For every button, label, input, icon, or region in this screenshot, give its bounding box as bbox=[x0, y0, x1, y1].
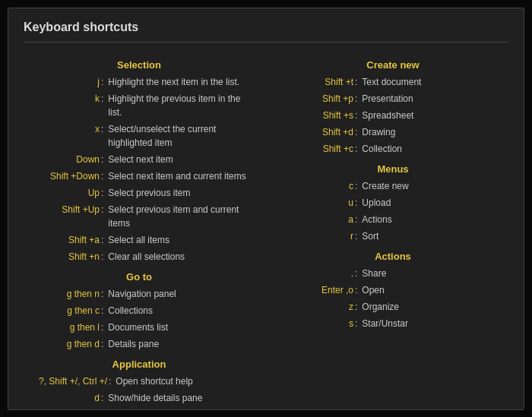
shortcut-down: Down : Select next item bbox=[24, 153, 255, 166]
keyboard-shortcuts-modal: Keyboard shortcuts Selection j : Highlig… bbox=[8, 8, 524, 410]
shortcut-shift-p: Shift +p : Presentation bbox=[277, 92, 508, 106]
shortcut-dot: . : Share bbox=[277, 267, 508, 280]
desc-g-c: Collections bbox=[108, 304, 153, 317]
desc-c: Create new bbox=[362, 179, 408, 193]
key-shift-n: Shift +n bbox=[24, 250, 100, 264]
desc-u: Upload bbox=[362, 196, 391, 210]
desc-shift-t: Text document bbox=[362, 75, 421, 89]
shortcut-z: z : Organize bbox=[277, 300, 508, 314]
desc-d: Show/hide details pane bbox=[108, 391, 202, 405]
shortcut-s: s : Star/Unstar bbox=[277, 317, 508, 330]
shortcut-c: c : Create new bbox=[277, 179, 508, 193]
desc-down: Select next item bbox=[108, 153, 173, 166]
key-a: a bbox=[277, 213, 353, 226]
desc-a: Actions bbox=[362, 213, 391, 226]
shortcut-j: j : Highlight the next item in the list. bbox=[24, 75, 255, 89]
key-z: z bbox=[277, 300, 353, 314]
section-title-goto: Go to bbox=[24, 271, 255, 283]
key-slash: / bbox=[24, 408, 100, 410]
desc-help: Open shortcut help bbox=[116, 374, 192, 388]
key-k: k bbox=[24, 92, 100, 106]
shortcut-help: ?, Shift +/, Ctrl +/ : Open shortcut hel… bbox=[24, 374, 255, 388]
desc-shift-a: Select all items bbox=[108, 233, 169, 247]
desc-shift-s: Spreadsheet bbox=[362, 109, 413, 122]
shortcut-d: d : Show/hide details pane bbox=[24, 391, 255, 405]
desc-r: Sort bbox=[362, 229, 378, 243]
desc-slash: Search bbox=[108, 408, 137, 410]
key-shift-down: Shift +Down bbox=[24, 169, 100, 183]
left-column: Selection j : Highlight the next item in… bbox=[24, 52, 255, 410]
shortcut-shift-d: Shift +d : Drawing bbox=[277, 125, 508, 139]
key-j: j bbox=[24, 75, 100, 89]
key-shift-up: Shift +Up bbox=[24, 203, 100, 216]
key-shift-t: Shift +t bbox=[277, 75, 353, 89]
key-c: c bbox=[277, 179, 353, 193]
desc-g-n: Navigation panel bbox=[108, 287, 176, 301]
key-shift-s: Shift +s bbox=[277, 109, 353, 122]
key-down: Down bbox=[24, 153, 100, 166]
desc-j: Highlight the next item in the list. bbox=[108, 75, 239, 89]
key-shift-d: Shift +d bbox=[277, 125, 353, 139]
section-title-create-new: Create new bbox=[277, 59, 508, 71]
key-g-d: g then d bbox=[24, 337, 100, 351]
shortcut-g-n: g then n : Navigation panel bbox=[24, 287, 255, 301]
desc-g-l: Documents list bbox=[108, 321, 168, 334]
desc-g-d: Details pane bbox=[108, 337, 159, 351]
section-title-application: Application bbox=[24, 359, 255, 370]
shortcut-shift-up: Shift +Up : Select previous item and cur… bbox=[24, 203, 255, 230]
key-shift-p: Shift +p bbox=[277, 92, 353, 106]
key-x: x bbox=[24, 122, 100, 136]
key-g-n: g then n bbox=[24, 287, 100, 301]
key-dot: . bbox=[277, 267, 353, 280]
key-shift-a: Shift +a bbox=[24, 233, 100, 247]
shortcut-enter-o: Enter ,o : Open bbox=[277, 283, 508, 297]
shortcut-r: r : Sort bbox=[277, 229, 508, 243]
key-enter-o: Enter ,o bbox=[277, 283, 353, 297]
shortcut-shift-c: Shift +c : Collection bbox=[277, 142, 508, 156]
key-s: s bbox=[277, 317, 353, 330]
desc-enter-o: Open bbox=[362, 283, 384, 297]
key-g-l: g then l bbox=[24, 321, 100, 334]
shortcut-shift-t: Shift +t : Text document bbox=[277, 75, 508, 89]
shortcut-slash: / : Search bbox=[24, 408, 255, 410]
shortcut-a: a : Actions bbox=[277, 213, 508, 226]
desc-shift-c: Collection bbox=[362, 142, 402, 156]
shortcut-shift-s: Shift +s : Spreadsheet bbox=[277, 109, 508, 122]
key-u: u bbox=[277, 196, 353, 210]
section-title-menus: Menus bbox=[277, 163, 508, 175]
shortcut-u: u : Upload bbox=[277, 196, 508, 210]
shortcut-shift-down: Shift +Down : Select next item and curre… bbox=[24, 169, 255, 183]
shortcut-k: k : Highlight the previous item in the l… bbox=[24, 92, 255, 119]
key-d: d bbox=[24, 391, 100, 405]
desc-up: Select previous item bbox=[108, 186, 190, 200]
shortcut-shift-n: Shift +n : Clear all selections bbox=[24, 250, 255, 264]
desc-k: Highlight the previous item in the list. bbox=[108, 92, 255, 119]
desc-x: Select/unselect the current highlighted … bbox=[108, 122, 255, 150]
desc-dot: Share bbox=[362, 267, 386, 280]
desc-s: Star/Unstar bbox=[362, 317, 408, 330]
desc-shift-down: Select next item and current items bbox=[108, 169, 245, 183]
shortcut-g-c: g then c : Collections bbox=[24, 304, 255, 317]
key-g-c: g then c bbox=[24, 304, 100, 317]
shortcut-g-d: g then d : Details pane bbox=[24, 337, 255, 351]
shortcut-shift-a: Shift +a : Select all items bbox=[24, 233, 255, 247]
key-up: Up bbox=[24, 186, 100, 200]
shortcut-g-l: g then l : Documents list bbox=[24, 321, 255, 334]
key-r: r bbox=[277, 229, 353, 243]
section-title-actions: Actions bbox=[277, 251, 508, 262]
key-help: ?, Shift +/, Ctrl +/ bbox=[24, 374, 107, 388]
shortcut-x: x : Select/unselect the current highligh… bbox=[24, 122, 255, 150]
section-title-selection: Selection bbox=[24, 59, 255, 71]
desc-shift-up: Select previous item and current items bbox=[108, 203, 255, 230]
desc-shift-p: Presentation bbox=[362, 92, 413, 106]
right-column: Create new Shift +t : Text document Shif… bbox=[277, 52, 508, 410]
desc-shift-n: Clear all selections bbox=[108, 250, 185, 264]
shortcut-up: Up : Select previous item bbox=[24, 186, 255, 200]
shortcuts-grid: Selection j : Highlight the next item in… bbox=[24, 52, 508, 410]
desc-shift-d: Drawing bbox=[362, 125, 395, 139]
modal-title: Keyboard shortcuts bbox=[24, 21, 508, 43]
modal-overlay: Keyboard shortcuts Selection j : Highlig… bbox=[0, 0, 532, 417]
desc-z: Organize bbox=[362, 300, 399, 314]
key-shift-c: Shift +c bbox=[277, 142, 353, 156]
